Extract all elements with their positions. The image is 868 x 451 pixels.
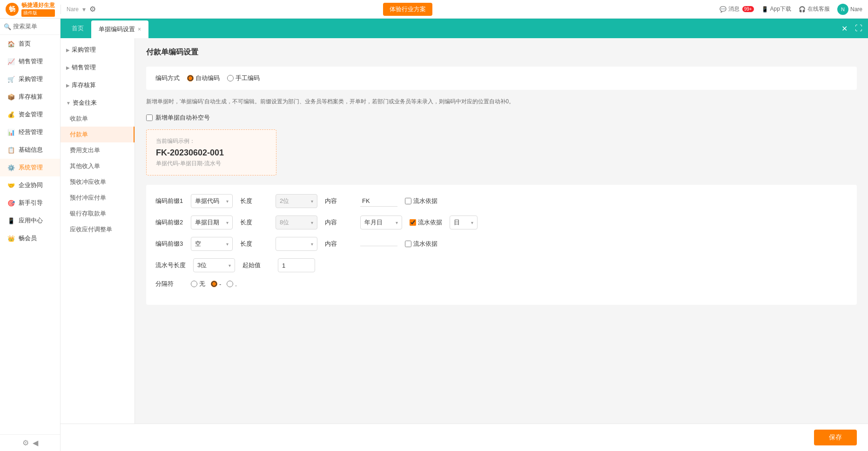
- sidebar-item-enterprise[interactable]: 🤝 企业协同: [0, 176, 60, 194]
- sub-item-prepay-recv[interactable]: 预收冲应收单: [61, 174, 135, 190]
- save-button[interactable]: 保存: [814, 430, 857, 445]
- serial-length-select[interactable]: 3位 ▾: [193, 258, 235, 272]
- code-preview-sub: 单据代码-单据日期-流水号: [156, 160, 267, 168]
- form-row-prefix1: 编码前缀1 单据代码 ▾ 长度 2位 ▾ 内容 FK: [155, 194, 848, 208]
- sub-group-inventory-title[interactable]: ▶ 库存核算: [61, 77, 135, 93]
- sub-item-payment[interactable]: 付款单: [61, 127, 135, 142]
- top-bar-middle: 体验行业方案: [383, 3, 432, 16]
- watermark1-checkbox-row[interactable]: 流水依据: [405, 197, 437, 205]
- prefix3-select[interactable]: 空 ▾: [191, 237, 233, 251]
- purchase-icon: 🛒: [7, 75, 15, 83]
- tab-close-icon[interactable]: ×: [138, 26, 141, 33]
- start-value-input[interactable]: [278, 258, 315, 272]
- sidebar-item-basic[interactable]: 📋 基础信息: [0, 141, 60, 159]
- sidebar-item-purchase[interactable]: 🛒 采购管理: [0, 70, 60, 88]
- avatar: N: [837, 4, 848, 15]
- radio-manual-code[interactable]: 手工编码: [227, 74, 260, 82]
- code-mode-radio-group: 自动编码 手工编码: [187, 74, 260, 82]
- form-section: 编码前缀1 单据代码 ▾ 长度 2位 ▾ 内容 FK: [146, 185, 857, 305]
- collapse-icon[interactable]: ◀: [33, 438, 38, 447]
- online-service-button[interactable]: 🎧 在线客服: [799, 5, 830, 13]
- length1-select[interactable]: 2位 ▾: [276, 194, 317, 208]
- arrow-right-icon: ▶: [66, 65, 70, 70]
- sep-dot-radio[interactable]: [227, 281, 233, 287]
- sidebar-item-system[interactable]: ⚙️ 系统管理: [0, 159, 60, 176]
- sub-item-prepay-pay[interactable]: 预付冲应付单: [61, 190, 135, 206]
- apps-icon: 📱: [7, 217, 15, 224]
- prefix3-label: 编码前缀3: [155, 240, 183, 248]
- length3-select[interactable]: ▾: [276, 237, 317, 251]
- tab-current[interactable]: 单据编码设置 ×: [91, 20, 148, 38]
- radio-auto-code[interactable]: 自动编码: [187, 74, 220, 82]
- watermark-period-select[interactable]: 日 ▾: [450, 215, 478, 229]
- code-preview-main: FK-20230602-001: [156, 148, 267, 158]
- watermark1-checkbox[interactable]: [405, 198, 411, 204]
- sub-group-fund-title[interactable]: ▼ 资金往来: [61, 95, 135, 111]
- sidebar-item-sales[interactable]: 📈 销售管理: [0, 53, 60, 70]
- sub-item-payable-adj[interactable]: 应收应付调整单: [61, 222, 135, 237]
- content2-select[interactable]: 年月日 ▾: [360, 215, 402, 229]
- auto-fill-checkbox[interactable]: [146, 114, 153, 121]
- content3-value: [360, 242, 397, 246]
- content-area: ▶ 采购管理 ▶ 销售管理 ▶ 库存核算: [61, 38, 868, 424]
- dropdown-arrow-icon: ▾: [311, 242, 313, 247]
- breadcrumb: Nare: [67, 6, 79, 13]
- sep-dot[interactable]: .: [227, 281, 237, 288]
- sep-none-radio[interactable]: [191, 281, 197, 287]
- dropdown-arrow-icon: ▾: [229, 263, 231, 268]
- sidebar-item-apps[interactable]: 📱 应用中心: [0, 212, 60, 229]
- app-download-button[interactable]: 📱 App下载: [761, 5, 791, 13]
- sep-none[interactable]: 无: [191, 280, 205, 288]
- watermark2-checkbox-row[interactable]: 流水依据: [410, 218, 442, 227]
- sidebar-item-operation[interactable]: 📊 经营管理: [0, 123, 60, 141]
- content1-label: 内容: [325, 197, 353, 205]
- watermark3-checkbox-row[interactable]: 流水依据: [405, 240, 437, 248]
- sidebar-item-home[interactable]: 🏠 首页: [0, 35, 60, 53]
- sep-dash[interactable]: -: [211, 281, 221, 288]
- separator-options: 无 - .: [191, 280, 237, 288]
- trial-button[interactable]: 体验行业方案: [383, 3, 432, 16]
- tab-home[interactable]: 首页: [64, 20, 91, 37]
- arrow-right-icon: ▶: [66, 83, 70, 88]
- auto-code-radio[interactable]: [187, 75, 194, 81]
- message-button[interactable]: 💬 消息 99+: [720, 5, 754, 13]
- sidebar-bottom: ⚙ ◀: [0, 434, 60, 451]
- sub-group-sales-title[interactable]: ▶ 销售管理: [61, 60, 135, 75]
- sub-item-bank[interactable]: 银行存取款单: [61, 206, 135, 222]
- prefix1-label: 编码前缀1: [155, 197, 183, 205]
- dropdown-arrow-icon: ▾: [226, 242, 229, 247]
- info-text: 新增单据时，'单据编码'自动生成，不可编辑。前缀设置为部门、业务员等档案类，开单…: [146, 97, 857, 106]
- sidebar-item-fund[interactable]: 💰 资金管理: [0, 106, 60, 123]
- watermark2-checkbox[interactable]: [410, 219, 416, 226]
- sidebar-item-guide[interactable]: 🎯 新手引导: [0, 194, 60, 212]
- settings-bottom-icon[interactable]: ⚙: [22, 438, 29, 447]
- length2-select[interactable]: 8位 ▾: [276, 215, 317, 229]
- sub-group-purchase-title[interactable]: ▶ 采购管理: [61, 42, 135, 58]
- right-panel: 首页 单据编码设置 × ✕ ⛶ ▶ 采购管理: [61, 19, 868, 451]
- tab-close-button[interactable]: ✕: [840, 22, 849, 35]
- sidebar-search[interactable]: 🔍 搜索菜单: [0, 19, 60, 35]
- sub-item-receipt[interactable]: 收款单: [61, 111, 135, 127]
- main-content: 付款单编码设置 编码方式 自动编码 手工编码: [135, 38, 868, 424]
- sidebar-item-inventory[interactable]: 📦 库存核算: [0, 88, 60, 106]
- user-avatar[interactable]: N Nare: [837, 4, 862, 15]
- sidebar-item-member[interactable]: 👑 畅会员: [0, 229, 60, 247]
- manual-code-radio[interactable]: [227, 75, 234, 81]
- sub-item-expense[interactable]: 费用支出单: [61, 142, 135, 158]
- auto-fill-checkbox-row: 新增单据自动补空号: [146, 114, 857, 122]
- sep-dash-radio[interactable]: [211, 281, 217, 287]
- content2-label: 内容: [325, 218, 353, 227]
- form-row-separator: 分隔符 无 - .: [155, 280, 848, 288]
- guide-icon: 🎯: [7, 199, 15, 207]
- prefix1-select[interactable]: 单据代码 ▾: [191, 194, 233, 208]
- tab-maximize-button[interactable]: ⛶: [853, 22, 864, 34]
- start-value-label: 起始值: [242, 261, 270, 269]
- watermark3-checkbox[interactable]: [405, 241, 411, 247]
- dropdown-arrow-icon[interactable]: ▾: [82, 6, 86, 13]
- content3-label: 内容: [325, 240, 353, 248]
- download-icon: 📱: [761, 6, 768, 13]
- settings-icon[interactable]: ⚙: [89, 5, 96, 13]
- sub-item-other-income[interactable]: 其他收入单: [61, 158, 135, 174]
- operation-icon: 📊: [7, 128, 15, 136]
- prefix2-select[interactable]: 单据日期 ▾: [191, 215, 233, 229]
